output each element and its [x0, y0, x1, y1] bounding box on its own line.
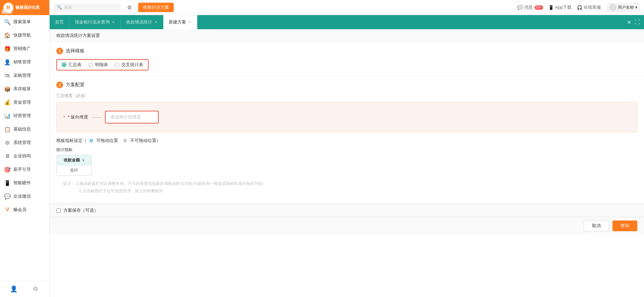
- dimension-arrow: ——: [92, 115, 101, 120]
- topbar-settings-icon[interactable]: ⚙: [125, 3, 134, 12]
- table-header-cell[interactable]: 收款金额 ∨: [57, 155, 92, 165]
- tab-bank-flow-close-icon[interactable]: ✕: [112, 20, 115, 24]
- user-icon: 👤: [4, 59, 11, 65]
- sidebar-item-search[interactable]: 🔍 搜索菜单: [0, 15, 49, 29]
- dimension-label-text: 汇总维度（必选）: [56, 93, 89, 98]
- chevron-down-icon: ▾: [635, 5, 637, 10]
- sidebar-item-member[interactable]: V 畅会员: [0, 203, 49, 216]
- sidebar-item-label: 系统管理: [13, 140, 31, 146]
- radio-cross[interactable]: 交叉统计表: [115, 62, 143, 68]
- indicator-settings-label-text: 模板指标设定（: [56, 138, 87, 144]
- sidebar-item-label: 资金管理: [13, 99, 31, 105]
- tab-home[interactable]: 首页: [50, 15, 69, 29]
- section-config: 2 方案配置 汇总维度（必选） * * 纵向维度 —— 请选择分组维度: [50, 76, 644, 204]
- target-icon: 🎯: [4, 166, 11, 173]
- cancel-button[interactable]: 取消: [584, 220, 609, 231]
- main: 🔍 搜索 ⚙ 体验行业方案 💬 消息 99+ 📱 App下载 🎧 在线客服 用户…: [50, 0, 644, 297]
- tabbar: 首页 现金银行流水查询 ✕ 收款情况统计 ✕ 新建方案 ✕ ✕ ⛶: [50, 15, 644, 29]
- chat-icon: 💬: [4, 193, 11, 200]
- box-icon: 📦: [4, 86, 11, 92]
- query-button[interactable]: 查询: [612, 220, 637, 231]
- gear-icon: ⚙: [4, 139, 11, 146]
- section-2-label: 方案配置: [66, 82, 85, 88]
- footer: 方案保存（可选） 取消 查询: [50, 204, 644, 235]
- app-download-item[interactable]: 📱 App下载: [548, 4, 572, 10]
- user-name: 用户名称: [618, 5, 634, 10]
- money-icon: 💰: [4, 99, 11, 106]
- radio-detail-circle: [88, 62, 93, 67]
- sidebar-item-system[interactable]: ⚙ 系统管理: [0, 136, 49, 149]
- tip-section: 提示： 1.拖动标题栏可以调整布局，不可跨维度或指标区域拖动栏目字段(只能在同一…: [56, 177, 637, 198]
- sidebar-item-new-guide[interactable]: 🎯 新手引导: [0, 163, 49, 176]
- sidebar-item-label: 基础信息: [13, 126, 31, 132]
- sidebar-item-label: 快捷导航: [13, 32, 31, 38]
- dimension-sub-label: 汇总维度（必选）: [56, 93, 637, 99]
- notification-icon: 💬: [517, 5, 523, 10]
- sidebar-bottom-icon-2[interactable]: ⚙: [30, 284, 41, 294]
- dimension-selector[interactable]: 请选择分组维度: [105, 111, 159, 123]
- sidebar-bottom-icon-1[interactable]: 👤: [8, 284, 19, 294]
- dimension-area: * * 纵向维度 —— 请选择分组维度: [56, 102, 637, 132]
- section-template: 1 选择模板 汇总表 明细表: [50, 42, 644, 76]
- sidebar-item-label: 新手引导: [13, 166, 31, 172]
- vertical-label: * 纵向维度: [68, 114, 88, 120]
- sidebar-item-label: 企业微信: [13, 193, 31, 199]
- footer-save-row: 方案保存（可选）: [50, 204, 644, 217]
- service-icon: 🎧: [577, 5, 582, 10]
- radio-summary[interactable]: 汇总表: [62, 62, 82, 68]
- tab-new-plan[interactable]: 新建方案 ✕: [163, 15, 197, 29]
- dimension-placeholder: 请选择分组维度: [110, 114, 141, 119]
- tab-bank-flow[interactable]: 现金银行流水查询 ✕: [69, 15, 121, 29]
- tab-receipt-stats[interactable]: 收款情况统计 ✕: [121, 15, 163, 29]
- sidebar-item-label: 采购管理: [13, 72, 31, 79]
- sidebar-item-purchase[interactable]: 🛍 采购管理: [0, 69, 49, 82]
- industry-btn[interactable]: 体验行业方案: [138, 3, 174, 12]
- user-avatar-area[interactable]: 用户名称 ▾: [606, 3, 640, 12]
- search-placeholder-text: 搜索: [64, 5, 72, 10]
- stats-label: 统计指标: [56, 147, 92, 153]
- notification-item[interactable]: 💬 消息 99+: [517, 4, 543, 10]
- indicator-table-wrapper: 收款金额 ∨ 合计: [56, 155, 92, 176]
- template-select-wrapper: 汇总表 明细表 交叉统计表: [56, 59, 149, 70]
- sidebar-item-basic-info[interactable]: 📋 基础信息: [0, 122, 49, 136]
- radio-detail-label: 明细表: [95, 62, 108, 68]
- sidebar-item-inventory[interactable]: 📦 库存核算: [0, 82, 49, 96]
- home-icon: 🏠: [4, 32, 11, 39]
- indicator-settings: 模板指标设定（ 可拖动位置 不可拖动位置） 统计指标: [56, 138, 637, 177]
- bag-icon: 🛍: [4, 72, 11, 79]
- sidebar-item-capital[interactable]: 💰 资金管理: [0, 96, 49, 109]
- expand-tab-icon[interactable]: ⛶: [635, 19, 640, 25]
- sidebar-item-label: 库存核算: [13, 86, 31, 92]
- sidebar-item-operations[interactable]: 📊 经营管理: [0, 109, 49, 122]
- tab-bank-flow-label: 现金银行流水查询: [75, 19, 110, 25]
- page-title: 收款情况统计方案设置: [56, 33, 100, 38]
- sidebar-item-label: 销售管理: [13, 59, 31, 65]
- dropdown-icon: ∨: [82, 158, 85, 162]
- tip-1: 提示： 1.拖动标题栏可以调整布局，不可跨维度或指标区域拖动栏目字段(只能在同一…: [63, 180, 631, 188]
- save-checkbox-label[interactable]: 方案保存（可选）: [63, 207, 98, 213]
- tab-new-plan-close-icon[interactable]: ✕: [188, 20, 192, 24]
- save-checkbox[interactable]: [56, 208, 61, 213]
- sidebar-item-quick-nav[interactable]: 🏠 快捷导航: [0, 29, 49, 42]
- section-1-title: 1 选择模板: [56, 48, 637, 54]
- radio-detail[interactable]: 明细表: [88, 62, 108, 68]
- tabbar-actions: ✕ ⛶: [623, 15, 644, 29]
- monitor-icon: 🖥: [4, 153, 11, 159]
- notification-badge: 99+: [535, 5, 543, 10]
- section-2-title: 2 方案配置: [56, 82, 637, 88]
- topbar-search[interactable]: 🔍 搜索: [54, 3, 121, 12]
- tab-receipt-stats-close-icon[interactable]: ✕: [154, 20, 158, 24]
- sidebar-item-label: 企业协同: [13, 153, 31, 159]
- sidebar-item-sales[interactable]: 👤 销售管理: [0, 55, 49, 69]
- sidebar-item-enterprise-collab[interactable]: 🖥 企业协同: [0, 149, 49, 163]
- radio-cross-circle: [115, 62, 119, 67]
- indicator-table: 收款金额 ∨ 合计: [57, 155, 92, 176]
- notification-label: 消息: [524, 4, 533, 10]
- tab-receipt-stats-label: 收款情况统计: [126, 19, 152, 25]
- sidebar-item-marketing[interactable]: 🎁 营销推广: [0, 42, 49, 55]
- close-tab-icon[interactable]: ✕: [627, 19, 631, 26]
- draggable-label: 可拖动位置: [96, 138, 118, 144]
- sidebar-item-smart-hardware[interactable]: 📱 智能硬件: [0, 176, 49, 190]
- online-service-item[interactable]: 🎧 在线客服: [577, 4, 601, 10]
- sidebar-item-enterprise-wechat[interactable]: 💬 企业微信: [0, 190, 49, 203]
